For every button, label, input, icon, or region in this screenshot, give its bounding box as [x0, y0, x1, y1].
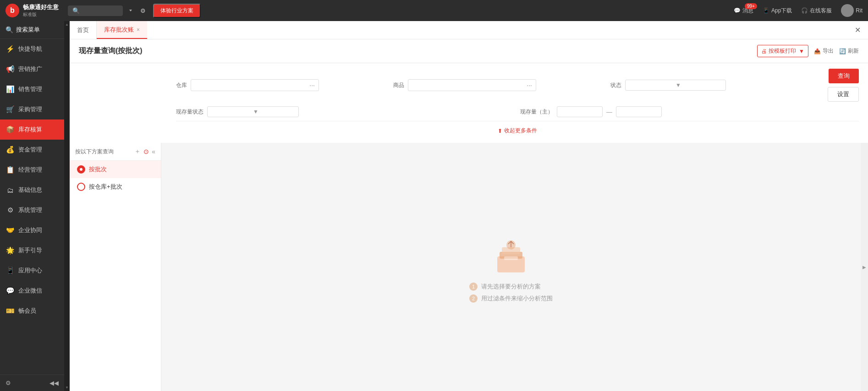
topbar-dropdown[interactable] [126, 8, 133, 13]
brand-tag: 标准版 [23, 11, 59, 18]
tab-bar: 首页 库存批次账 × ✕ [70, 21, 868, 39]
scheme-panel-icons: ＋ ⊙ « [134, 147, 155, 156]
purchase-icon: 🛒 [5, 105, 15, 114]
sidebar-item-finance[interactable]: 💰 资金管理 [0, 140, 64, 160]
warehouse-more-icon[interactable]: ··· [309, 81, 315, 89]
member-icon: 🎫 [5, 306, 15, 315]
print-button[interactable]: 🖨 按模板打印 ▼ [757, 45, 808, 57]
status-select[interactable]: ▼ [625, 80, 726, 91]
product-text-input[interactable] [412, 82, 527, 88]
online-service-action[interactable]: 🎧 在线客服 [801, 7, 832, 15]
scheme-settings-icon[interactable]: ⊙ [143, 148, 149, 155]
sidebar-item-wechat[interactable]: 💬 企业微信 [0, 281, 64, 301]
sidebar-item-operation[interactable]: 📋 经营管理 [0, 160, 64, 180]
topbar-search-box[interactable]: 🔍 [68, 5, 123, 16]
topbar: b 畅康通好生意 标准版 🔍 ⚙ 体验行业方案 💬 消息 99+ 📱 App下载… [0, 0, 868, 21]
qty-dash: — [606, 109, 612, 115]
finance-icon: 💰 [5, 145, 15, 154]
status-label: 状态 [610, 81, 621, 89]
marketing-icon: 📢 [5, 65, 15, 74]
app-download-action[interactable]: 📱 App下载 [763, 7, 792, 15]
export-icon: 📤 [814, 48, 821, 54]
sidebar-item-basic[interactable]: 🗂 基础信息 [0, 180, 64, 200]
sidebar-item-member[interactable]: 🎫 畅会员 [0, 301, 64, 321]
warehouse-input[interactable]: ··· [191, 79, 319, 91]
trial-button[interactable]: 体验行业方案 [153, 4, 201, 18]
sidebar-item-purchase[interactable]: 🛒 采购管理 [0, 99, 64, 119]
status-filter: 状态 ▼ [610, 80, 822, 91]
right-panel: ▶ [861, 143, 868, 391]
topbar-settings-icon[interactable]: ⚙ [140, 7, 146, 14]
scheme-item-warehouse-batch[interactable]: 按仓库+批次 [70, 178, 161, 196]
content-body: 按以下方案查询 ＋ ⊙ « 按批次 [70, 143, 868, 391]
stock-status-select[interactable]: ▼ [207, 106, 299, 117]
filter-area: 仓库 ··· 商品 [70, 63, 868, 143]
scheme-panel-title: 按以下方案查询 [75, 148, 114, 156]
sidebar-settings-icon[interactable]: ⚙ [5, 380, 11, 386]
product-more-icon[interactable]: ··· [527, 81, 532, 89]
sidebar-bottom: ⚙ ◀◀ [0, 375, 64, 391]
wechat-icon: 💬 [5, 286, 15, 295]
topbar-search-input[interactable] [82, 7, 118, 14]
tab-home[interactable]: 首页 [70, 21, 97, 39]
hint-num-1: 1 [469, 282, 478, 291]
content-area: 首页 库存批次账 × ✕ 现存量查询(按批次) 🖨 按模板打印 ▼ 📤 导出 [70, 21, 868, 391]
svg-marker-0 [129, 10, 132, 11]
stock-status-arrow: ▼ [253, 109, 295, 115]
refresh-button[interactable]: 🔄 刷新 [839, 47, 859, 55]
stock-status-filter: 现存量状态 ▼ [176, 106, 515, 117]
appstore-icon: 📱 [5, 266, 15, 275]
printer-icon: 🖨 [761, 48, 767, 54]
tab-close-icon[interactable]: × [137, 27, 140, 33]
scheme-panel: 按以下方案查询 ＋ ⊙ « 按批次 [70, 143, 161, 391]
right-panel-expand-icon[interactable]: ▶ [863, 265, 866, 270]
query-button[interactable]: 查询 [829, 69, 859, 83]
collapse-button[interactable]: ⬆ 收起更多条件 [498, 124, 537, 137]
stock-qty-from-input[interactable] [557, 106, 603, 117]
inventory-icon: 📦 [5, 125, 15, 134]
sidebar-item-newbie[interactable]: 🌟 新手引导 [0, 240, 64, 261]
sidebar-item-appstore[interactable]: 📱 应用中心 [0, 261, 64, 281]
settings-button[interactable]: 设置 [828, 87, 859, 102]
collapse-row: ⬆ 收起更多条件 [176, 121, 859, 137]
sidebar-item-sales[interactable]: 📊 销售管理 [0, 79, 64, 99]
stock-qty-to-input[interactable] [616, 106, 662, 117]
warehouse-text-input[interactable] [195, 82, 309, 88]
print-dropdown-arrow[interactable]: ▼ [799, 48, 804, 54]
svg-rect-4 [504, 256, 518, 260]
messages-action[interactable]: 💬 消息 99+ [734, 7, 753, 15]
tab-bar-close-icon[interactable]: ✕ [847, 26, 868, 34]
newbie-icon: 🌟 [5, 246, 15, 255]
scheme-item-batch[interactable]: 按批次 [70, 161, 161, 178]
user-avatar-action[interactable]: Rit [841, 4, 863, 17]
scheme-collapse-icon[interactable]: « [152, 148, 155, 155]
sidebar-collapse-icon[interactable]: ◀◀ [49, 380, 59, 386]
page-header: 现存量查询(按批次) 🖨 按模板打印 ▼ 📤 导出 🔄 刷新 [70, 39, 868, 63]
warehouse-filter: 仓库 ··· [176, 79, 388, 91]
chevron-down-icon [128, 8, 133, 13]
collapse-up-icon: ⬆ [498, 128, 502, 134]
refresh-icon: 🔄 [839, 48, 846, 54]
product-input[interactable]: ··· [408, 79, 536, 91]
stock-qty-label: 现存量（主） [520, 108, 553, 116]
export-button[interactable]: 📤 导出 [814, 47, 834, 55]
sidebar-item-inventory[interactable]: 📦 库存核算 [0, 119, 64, 140]
product-filter: 商品 ··· [393, 79, 605, 91]
tab-inventory-batch[interactable]: 库存批次账 × [97, 21, 147, 39]
empty-hint-2: 2 用过滤条件来缩小分析范围 [469, 294, 553, 303]
sidebar-item-marketing[interactable]: 📢 营销推广 [0, 59, 64, 79]
sidebar-scroll-up[interactable]: ▲ [65, 21, 69, 28]
filter-row-2: 现存量状态 ▼ 现存量（主） [176, 106, 859, 117]
scheme-add-icon[interactable]: ＋ [134, 147, 141, 156]
scheme-panel-header: 按以下方案查询 ＋ ⊙ « [70, 143, 161, 161]
sidebar-scroll-down[interactable]: ▼ [65, 384, 69, 391]
status-select-arrow: ▼ [676, 82, 722, 88]
sidebar-item-system[interactable]: ⚙ 系统管理 [0, 200, 64, 220]
product-label: 商品 [393, 81, 404, 89]
basic-icon: 🗂 [5, 185, 15, 195]
page-title: 现存量查询(按批次) [79, 46, 143, 56]
sidebar-search[interactable]: 🔍 搜索菜单 [0, 21, 64, 39]
sidebar-item-enterprise[interactable]: 🤝 企业协同 [0, 220, 64, 240]
sidebar-item-quicknav[interactable]: ⚡ 快捷导航 [0, 39, 64, 59]
empty-state: 1 请先选择要分析的方案 2 用过滤条件来缩小分析范围 [469, 231, 553, 303]
